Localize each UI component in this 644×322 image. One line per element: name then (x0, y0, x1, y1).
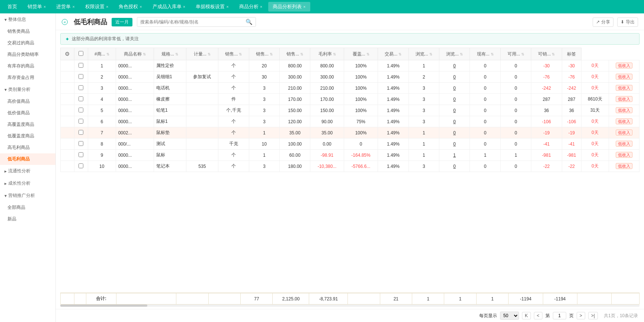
cell-trade[interactable]: 0 (439, 138, 470, 150)
cell-sale2: 800.00 (279, 60, 310, 71)
col-spec[interactable]: 规格...⇅ (154, 48, 186, 60)
export-button[interactable]: ⬇ 导出 (617, 17, 638, 27)
col-name[interactable]: 商品名称⇅ (116, 48, 154, 60)
cell-mao: 1.49% (378, 83, 408, 94)
col-checkbox[interactable] (74, 48, 88, 60)
col-sale1[interactable]: 销售...⇅ (218, 48, 249, 60)
cell-checkbox[interactable] (74, 161, 88, 172)
cell-checkbox[interactable] (74, 105, 88, 116)
cell-sale1: 30 (249, 71, 279, 83)
per-page-select[interactable]: 50 100 200 (500, 312, 519, 320)
col-gross[interactable]: 毛利率⇅ (310, 48, 344, 60)
cell-sale1: 3 (249, 161, 279, 172)
sidebar-item-high-margin[interactable]: 高毛利商品 (0, 142, 55, 153)
nav-purchase[interactable]: 进货单 × (52, 2, 79, 12)
search-input[interactable] (140, 19, 243, 25)
search-icon[interactable]: 🔍 (246, 19, 253, 25)
cell-trade[interactable]: 0 (439, 60, 470, 71)
nav-goods-analysis[interactable]: 商品分析 × (235, 2, 267, 12)
next-btn[interactable]: > (577, 312, 585, 319)
share-button[interactable]: ↗ 分享 (593, 17, 613, 27)
col-stock[interactable]: 现有...⇅ (470, 48, 500, 60)
nav-product-in-close[interactable]: × (183, 4, 185, 9)
col-unit[interactable]: 计量...⇅ (186, 48, 218, 60)
sidebar-item-category-sales[interactable]: 商品分类助销率 (0, 49, 55, 60)
cell-checkbox[interactable] (74, 83, 88, 94)
cell-checkbox[interactable] (74, 127, 88, 138)
col-sellable[interactable]: 可销...⇅ (531, 48, 562, 60)
chevron-right-icon: ▸ (4, 169, 7, 174)
sidebar-item-capital[interactable]: 库存资金占用 (0, 72, 55, 83)
sidebar-item-new-goods[interactable]: 新品 (0, 213, 55, 225)
horizontal-scrollbar[interactable] (60, 305, 640, 307)
cell-trade[interactable]: 0 (439, 127, 470, 138)
sidebar-item-traded-goods[interactable]: 交易过的商品 (0, 37, 55, 49)
sidebar-item-low-margin[interactable]: 低毛利商品 (0, 153, 55, 165)
nav-role[interactable]: 角色授权 × (114, 2, 146, 12)
sidebar-item-sales-goods[interactable]: 销售类商品 (0, 26, 55, 37)
cell-sale3: -98.91 (310, 150, 344, 161)
nav-permission-close[interactable]: × (106, 4, 108, 9)
select-all-checkbox[interactable] (79, 51, 83, 56)
nav-permission[interactable]: 权限设置 × (81, 2, 113, 12)
nav-sales-close[interactable]: × (44, 4, 46, 9)
sidebar-item-low-value[interactable]: 低价值商品 (0, 107, 55, 119)
cell-checkbox[interactable] (74, 71, 88, 83)
sidebar-item-low-coverage[interactable]: 低覆盖度商品 (0, 130, 55, 142)
next-page-btn[interactable]: >| (588, 312, 598, 319)
nav-role-close[interactable]: × (140, 4, 142, 9)
sidebar-item-high-value[interactable]: 高价值商品 (0, 96, 55, 107)
col-cover[interactable]: 交易...⇅ (378, 48, 408, 60)
cell-sellable: 0天 (581, 71, 609, 83)
cell-trade[interactable]: 0 (439, 105, 470, 116)
table-wrapper[interactable]: ⚙ #商...⇅ 商品名称⇅ 规格...⇅ 计量...⇅ 销售...⇅ 销售..… (56, 48, 644, 293)
prev-page-btn[interactable]: K (522, 312, 531, 319)
nav-sales[interactable]: 销货单 × (23, 2, 50, 12)
col-sale3[interactable]: 销售...⇅ (279, 48, 310, 60)
sidebar-group-flow[interactable]: ▸ 流通性分析 (0, 165, 55, 177)
cell-trade[interactable]: 0 (439, 161, 470, 172)
nav-goods-analysis-close[interactable]: × (260, 4, 262, 9)
cell-sale3: 150.00 (310, 105, 344, 116)
cell-checkbox[interactable] (74, 94, 88, 105)
col-code[interactable]: #商...⇅ (88, 48, 116, 60)
period-button[interactable]: 近一月 (112, 18, 132, 26)
nav-goods-analysis-list-close[interactable]: × (303, 4, 305, 9)
sidebar-group-growth[interactable]: ▸ 成长性分析 (0, 177, 55, 189)
cell-trade[interactable]: 0 (439, 83, 470, 94)
col-trade[interactable]: 浏览...⇅ (408, 48, 439, 60)
cell-trade[interactable]: 0 (439, 71, 470, 83)
cell-browse2: 0 (500, 83, 531, 94)
cell-sale2: 300.00 (279, 71, 310, 83)
cell-sale3: 90.00 (310, 116, 344, 127)
col-browse1[interactable]: 浏览...⇅ (439, 48, 470, 60)
cell-trade[interactable]: 1 (439, 150, 470, 161)
sidebar-group-category[interactable]: ▾ 类别量分析 (0, 83, 55, 96)
nav-product-in[interactable]: 产成品入库单 × (148, 2, 190, 12)
scroll-thumb[interactable] (60, 305, 147, 307)
sidebar-item-all-goods[interactable]: 全部商品 (0, 202, 55, 213)
cell-trade[interactable]: 0 (439, 116, 470, 127)
sidebar-item-high-coverage[interactable]: 高覆盖度商品 (0, 119, 55, 130)
cell-checkbox[interactable] (74, 150, 88, 161)
col-sale2[interactable]: 销售...⇅ (249, 48, 279, 60)
col-tag[interactable]: 标签 (562, 48, 581, 60)
col-avail[interactable]: 可用...⇅ (500, 48, 531, 60)
nav-home[interactable]: 首页 (3, 2, 22, 12)
nav-template[interactable]: 单据模板设置 × (191, 2, 233, 12)
col-settings[interactable]: ⚙ (61, 48, 74, 60)
collapse-sidebar-btn[interactable]: « (62, 19, 68, 25)
sidebar-item-stock-goods[interactable]: 有库存的商品 (0, 60, 55, 72)
sidebar-group-overview[interactable]: ▾ 整体信息 (0, 13, 55, 26)
col-mao[interactable]: 覆盖...⇅ (344, 48, 378, 60)
cell-trade[interactable]: 0 (439, 94, 470, 105)
cell-checkbox[interactable] (74, 60, 88, 71)
page-input[interactable] (553, 312, 566, 319)
nav-purchase-close[interactable]: × (72, 4, 74, 9)
sidebar-group-marketing[interactable]: ▾ 营销推广分析 (0, 189, 55, 202)
cell-checkbox[interactable] (74, 138, 88, 150)
nav-goods-analysis-list[interactable]: 商品分析列表 × (268, 2, 310, 12)
prev-btn[interactable]: < (534, 312, 542, 319)
nav-template-close[interactable]: × (226, 4, 228, 9)
cell-checkbox[interactable] (74, 116, 88, 127)
